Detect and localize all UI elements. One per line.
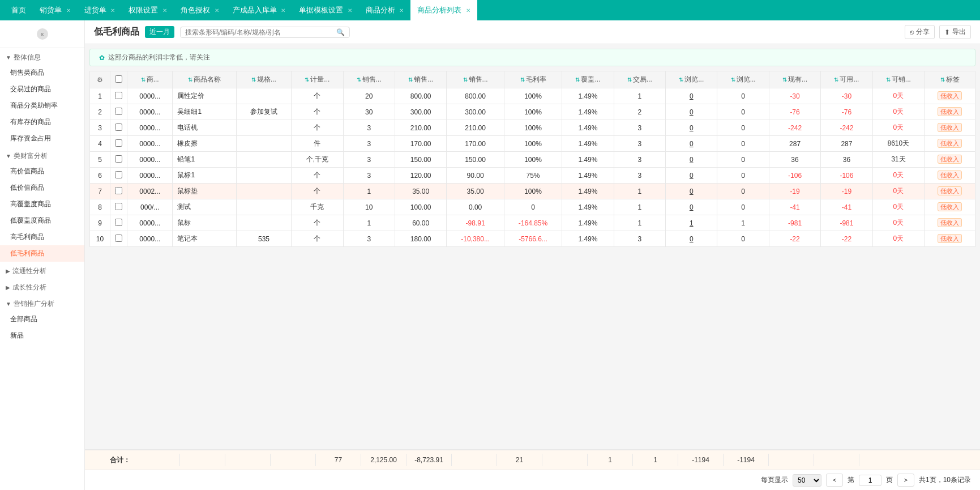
- sidebar-item-all-goods[interactable]: 全部商品: [0, 311, 84, 327]
- row-views1[interactable]: 0: [666, 231, 717, 247]
- row-select-checkbox[interactable]: [115, 139, 122, 147]
- sidebar-item-in-stock[interactable]: 有库存的商品: [0, 114, 84, 130]
- col-settings[interactable]: ⚙: [90, 71, 110, 88]
- row-checkbox[interactable]: [110, 215, 127, 231]
- row-checkbox[interactable]: [110, 152, 127, 168]
- page-input[interactable]: [859, 475, 881, 486]
- col-profit[interactable]: ⇅销售...: [447, 71, 504, 88]
- sidebar-item-high-value[interactable]: 高价值商品: [0, 163, 84, 180]
- row-select-checkbox[interactable]: [115, 155, 122, 163]
- row-select-checkbox[interactable]: [115, 219, 122, 226]
- col-code[interactable]: ⇅商...: [127, 71, 173, 88]
- nav-sales-close[interactable]: ✕: [66, 7, 71, 14]
- export-btn[interactable]: ⬆ 导出: [939, 25, 971, 39]
- sidebar-item-category-rate[interactable]: 商品分类助销率: [0, 97, 84, 114]
- nav-product-entry-close[interactable]: ✕: [281, 7, 285, 14]
- col-sellable[interactable]: ⇅可销...: [872, 71, 924, 88]
- sidebar-group-wealth[interactable]: ▼ 类财富分析: [0, 147, 84, 163]
- nav-role[interactable]: 角色授权 ✕: [174, 0, 226, 20]
- sidebar-item-high-margin[interactable]: 高毛利商品: [0, 229, 84, 245]
- nav-template[interactable]: 单据模板设置 ✕: [292, 0, 359, 20]
- col-price[interactable]: ⇅销售...: [395, 71, 446, 88]
- table-container[interactable]: ⚙ ⇅商... ⇅商品名称 ⇅规格... ⇅计量... ⇅销售... ⇅销售..…: [89, 71, 975, 449]
- sidebar-group-marketing[interactable]: ▼ 营销推广分析: [0, 295, 84, 311]
- row-select-checkbox[interactable]: [115, 92, 122, 99]
- row-checkbox[interactable]: [110, 104, 127, 120]
- sidebar-group-overall[interactable]: ▼ 整体信息: [0, 48, 84, 65]
- sidebar-item-low-coverage[interactable]: 低覆盖度商品: [0, 212, 84, 229]
- col-tx[interactable]: ⇅交易...: [614, 71, 665, 88]
- nav-product-entry[interactable]: 产成品入库单 ✕: [226, 0, 293, 20]
- search-icon[interactable]: 🔍: [336, 28, 345, 36]
- row-checkbox[interactable]: [110, 136, 127, 152]
- sidebar-item-capital[interactable]: 库存资金占用: [0, 130, 84, 147]
- nav-template-close[interactable]: ✕: [348, 7, 352, 14]
- nav-role-close[interactable]: ✕: [215, 7, 219, 14]
- col-checkbox[interactable]: [110, 71, 127, 88]
- row-views1[interactable]: 0: [666, 152, 717, 168]
- row-views1[interactable]: 0: [666, 104, 717, 120]
- nav-goods-analysis-list-close[interactable]: ✕: [466, 7, 470, 14]
- row-select-checkbox[interactable]: [115, 235, 122, 242]
- col-tag[interactable]: ⇅标签: [925, 71, 975, 88]
- nav-goods-analysis[interactable]: 商品分析 ✕: [359, 0, 411, 20]
- nav-goods-analysis-close[interactable]: ✕: [399, 7, 404, 14]
- col-views2[interactable]: ⇅浏览...: [717, 71, 769, 88]
- sidebar-collapse-btn[interactable]: «: [37, 28, 48, 40]
- sidebar-item-traded-goods[interactable]: 交易过的商品: [0, 81, 84, 97]
- col-views1[interactable]: ⇅浏览...: [666, 71, 717, 88]
- col-stock[interactable]: ⇅现有...: [769, 71, 820, 88]
- col-coverage[interactable]: ⇅覆盖...: [562, 71, 614, 88]
- row-stock: -30: [769, 88, 820, 104]
- row-select-checkbox[interactable]: [115, 171, 122, 178]
- row-views1[interactable]: 0: [666, 168, 717, 184]
- sidebar-item-low-margin[interactable]: 低毛利商品: [0, 245, 84, 262]
- row-available: -41: [821, 199, 872, 215]
- row-select-checkbox[interactable]: [115, 108, 122, 115]
- nav-home[interactable]: 首页: [5, 0, 33, 20]
- nav-sales[interactable]: 销货单 ✕: [33, 0, 78, 20]
- page-word-before: 第: [848, 475, 854, 485]
- share-btn[interactable]: ⎋ 分享: [905, 25, 935, 39]
- page-size-select[interactable]: 50 100 200: [793, 474, 821, 487]
- col-unit[interactable]: ⇅计量...: [292, 71, 343, 88]
- col-margin[interactable]: ⇅毛利率: [504, 71, 562, 88]
- row-checkbox[interactable]: [110, 231, 127, 247]
- sidebar-item-sales-goods[interactable]: 销售类商品: [0, 65, 84, 81]
- row-views1[interactable]: 0: [666, 199, 717, 215]
- row-coverage: 3: [614, 120, 665, 136]
- nav-permission[interactable]: 权限设置 ✕: [122, 0, 174, 20]
- col-available[interactable]: ⇅可用...: [821, 71, 872, 88]
- row-select-checkbox[interactable]: [115, 203, 122, 210]
- nav-goods-analysis-list[interactable]: 商品分析列表 ✕: [410, 0, 477, 20]
- nav-purchase[interactable]: 进货单 ✕: [78, 0, 122, 20]
- row-views1[interactable]: 0: [666, 88, 717, 104]
- row-checkbox[interactable]: [110, 168, 127, 184]
- sidebar-group-growth[interactable]: ▶ 成长性分析: [0, 278, 84, 295]
- period-btn[interactable]: 近一月: [145, 26, 174, 38]
- row-select-checkbox[interactable]: [115, 187, 122, 194]
- col-name[interactable]: ⇅商品名称: [173, 71, 236, 88]
- sidebar-item-low-value[interactable]: 低价值商品: [0, 180, 84, 196]
- nav-permission-close[interactable]: ✕: [162, 7, 167, 14]
- prev-page-btn[interactable]: ＜: [826, 474, 843, 487]
- search-input[interactable]: [185, 28, 336, 36]
- row-checkbox[interactable]: [110, 120, 127, 136]
- col-qty[interactable]: ⇅销售...: [343, 71, 395, 88]
- next-page-btn[interactable]: ＞: [897, 474, 914, 487]
- row-views1[interactable]: 0: [666, 184, 717, 199]
- sidebar-item-high-coverage[interactable]: 高覆盖度商品: [0, 196, 84, 212]
- sidebar-item-new-goods[interactable]: 新品: [0, 327, 84, 344]
- row-checkbox[interactable]: [110, 184, 127, 199]
- row-views1[interactable]: 1: [666, 215, 717, 231]
- row-select-checkbox[interactable]: [115, 123, 122, 131]
- sidebar-group-flow[interactable]: ▶ 流通性分析: [0, 262, 84, 278]
- col-spec[interactable]: ⇅规格...: [236, 71, 291, 88]
- row-views1[interactable]: 0: [666, 136, 717, 152]
- row-checkbox[interactable]: [110, 88, 127, 104]
- footer-cells: 77 2,125.00 -8,723.91 21 1 1 -1194 -1194: [135, 454, 975, 466]
- row-views1[interactable]: 0: [666, 120, 717, 136]
- row-checkbox[interactable]: [110, 199, 127, 215]
- select-all-checkbox[interactable]: [115, 75, 122, 83]
- nav-purchase-close[interactable]: ✕: [110, 7, 115, 14]
